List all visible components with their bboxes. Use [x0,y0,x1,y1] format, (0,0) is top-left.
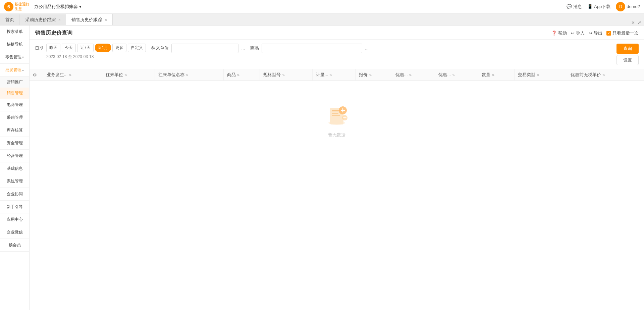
th-trade-type[interactable]: 交易类型 ⇅ [515,69,567,81]
fullscreen-icon[interactable]: ⤢ [638,20,641,25]
th-biz-date[interactable]: 业务发生... ⇅ [43,69,102,81]
tab-purchase-history[interactable]: 采购历史价跟踪 × [20,14,66,25]
sidebar-item-system[interactable]: 系统管理 [0,175,29,188]
message-icon: 💬 [567,4,572,9]
logo-area: 6 畅捷通好生意 [4,2,32,11]
sort-icon-pretax-price: ⇅ [602,73,605,77]
member-label: 畅会员 [9,243,21,247]
sidebar-item-wholesale[interactable]: 批发管理 ▴ [0,64,29,76]
date-btn-7days[interactable]: 近7天 [77,44,94,52]
tab-sales-label: 销售历史价跟踪 [71,17,102,23]
settings-button[interactable]: 设置 [616,55,639,65]
close-purchase-tab[interactable]: × [58,18,60,22]
sort-icon-product: ⇅ [237,73,239,77]
close-all-icon[interactable]: ✕ [631,20,635,25]
help-button[interactable]: ❓ 帮助 [551,30,567,36]
sort-icon-trade-type: ⇅ [537,73,539,77]
page-actions: ❓ 帮助 ↩ 导入 ↪ 导出 ✓ 只看最后一次 [551,30,639,36]
import-icon: ↩ [571,31,575,36]
wholesale-label: 批发管理 [5,67,21,73]
sort-icon-biz-date: ⇅ [69,73,71,77]
page-header: 销售历史价查询 ❓ 帮助 ↩ 导入 ↪ 导出 ✓ [30,25,644,40]
sidebar-item-purchase[interactable]: 采购管理 [0,111,29,124]
th-product[interactable]: 商品 ⇅ [223,69,260,81]
help-icon: ❓ [551,31,557,36]
search-label: 搜索菜单 [7,29,23,34]
partner-dots: ... [241,44,245,53]
sidebar-item-finance[interactable]: 资金管理 [0,137,29,150]
ecommerce-label: 电商管理 [7,102,23,107]
date-btn-custom[interactable]: 自定义 [128,44,146,52]
date-filter-group: 日期 昨天 今天 近7天 近1月 更多 自定义 2023-02-18 至 202… [35,44,146,60]
partner-input[interactable] [171,44,238,53]
data-table: ⚙ 业务发生... ⇅ 往来单位 ⇅ 往来单位名称 [30,69,644,81]
sidebar-item-enterprise[interactable]: 企业协同 [0,188,29,201]
username: demo2 [627,4,640,9]
sidebar-item-guide[interactable]: 新手引导 [0,201,29,213]
sidebar-item-ecommerce[interactable]: 电商管理 [0,99,29,111]
finance-label: 资金管理 [7,141,23,145]
message-label: 消息 [573,4,582,10]
last-only-checkbox[interactable]: ✓ 只看最后一次 [606,30,639,36]
product-input[interactable] [262,44,362,53]
help-label: 帮助 [558,30,567,36]
filter-actions: 查询 设置 [616,44,639,65]
date-filter-label: 日期 [35,44,44,53]
sidebar-item-sales-mgmt[interactable]: 销售管理 [0,88,29,99]
th-quantity[interactable]: 数量 ⇅ [478,69,515,81]
sidebar-item-inventory[interactable]: 库存核算 [0,124,29,137]
th-pretax-price[interactable]: 优惠前无税单价 ⇅ [567,69,644,81]
message-action[interactable]: 💬 消息 [567,4,582,10]
sidebar-item-operations[interactable]: 经营管理 [0,150,29,162]
app-selector[interactable]: 办公用品行业模拟账套 ▾ [34,4,82,10]
sort-icon-spec: ⇅ [282,73,285,77]
sidebar-item-member[interactable]: 畅会员 [0,239,29,252]
sort-icon-discount1: ⇅ [409,73,412,77]
sidebar-item-shortcuts[interactable]: 快捷导航 [0,38,29,51]
sidebar-item-search[interactable]: 搜索菜单 [0,25,29,38]
date-btn-today[interactable]: 今天 [62,44,76,52]
wechat-label: 企业微信 [7,230,23,235]
th-partner-code[interactable]: 往来单位 ⇅ [102,69,155,81]
purchase-label: 采购管理 [7,115,23,120]
empty-state: 暂无数据 [30,81,644,158]
date-btn-1month[interactable]: 近1月 [95,44,111,52]
date-btn-more[interactable]: 更多 [112,44,126,52]
query-button[interactable]: 查询 [616,44,639,54]
header-left: 6 畅捷通好生意 办公用品行业模拟账套 ▾ [4,2,82,11]
th-spec[interactable]: 规格型号 ⇅ [260,69,313,81]
guide-label: 新手引导 [7,204,23,209]
th-partner-name[interactable]: 往来单位名称 ⇅ [155,69,223,81]
tab-home[interactable]: 首页 [0,14,20,25]
sidebar-item-retail[interactable]: 零售管理 ▾ [0,51,29,64]
user-menu[interactable]: D demo2 [616,2,640,11]
header-right: 💬 消息 📱 App下载 D demo2 [567,2,640,11]
sort-icon-discount2: ⇅ [452,73,455,77]
sidebar-item-basic[interactable]: 基础信息 [0,162,29,175]
checkbox-label: 只看最后一次 [612,30,639,36]
appstore-label: 应用中心 [7,217,23,222]
close-sales-tab[interactable]: × [105,18,107,22]
tab-bar-actions: ✕ ⤢ [631,20,644,25]
retail-arrow: ▾ [22,55,24,59]
th-discount1[interactable]: 优惠... ⇅ [392,69,435,81]
sidebar-item-wechat[interactable]: 企业微信 [0,226,29,239]
th-price[interactable]: 报价 ⇅ [356,69,392,81]
th-discount2[interactable]: 优惠... ⇅ [435,69,478,81]
sidebar-item-marketing[interactable]: 营销推广 [0,76,29,88]
basic-label: 基础信息 [7,166,23,171]
th-gear[interactable]: ⚙ [30,69,43,81]
sidebar-item-appstore[interactable]: 应用中心 [0,213,29,226]
system-label: 系统管理 [7,179,23,184]
tab-sales-history[interactable]: 销售历史价跟踪 × [66,14,112,25]
export-button[interactable]: ↪ 导出 [589,30,602,36]
sort-icon-quantity: ⇅ [492,73,494,77]
sort-icon-partner-name: ⇅ [185,73,188,77]
th-unit[interactable]: 计量... ⇅ [312,69,356,81]
import-button[interactable]: ↩ 导入 [571,30,585,36]
product-dots: ... [365,44,369,53]
app-download-action[interactable]: 📱 App下载 [587,4,610,10]
dropdown-icon: ▾ [79,4,82,9]
date-btn-yesterday[interactable]: 昨天 [46,44,60,52]
date-range-display: 2023-02-18 至 2023-03-18 [46,54,146,60]
